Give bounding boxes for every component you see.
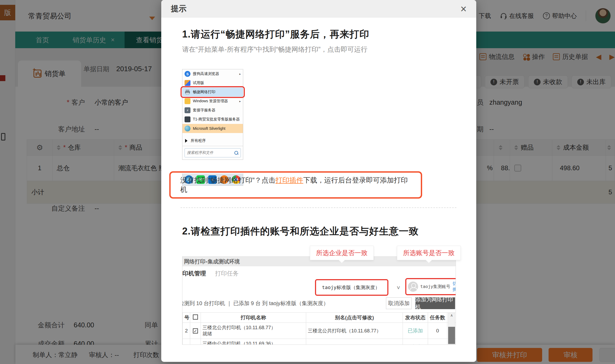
scrollbar-thumb[interactable] xyxy=(448,327,455,344)
trial-box-icon xyxy=(185,80,190,86)
callout-account: 所选账号是否一致 xyxy=(397,246,461,260)
menu-item-t1-server: T1-商贸宝批发零售版服务器 xyxy=(182,115,243,124)
print-plugin-screenshot: 网络打印-集成测试环境 打印机管理 打印任务 taojy标准版（集测灰度） ˅ … xyxy=(182,256,456,345)
dashed-divider xyxy=(181,207,456,208)
all-programs-item[interactable]: 所有程序 xyxy=(182,136,243,146)
folder-icon xyxy=(185,98,190,104)
start-search-input[interactable]: 搜索程序和文件 xyxy=(185,148,241,157)
tab-printer-manage[interactable]: 打印机管理 xyxy=(182,270,206,278)
plugin-account-name: taojy集测账号 xyxy=(420,284,450,290)
menu-item-sogou: S 搜狗高速浏览器 ▸ xyxy=(182,69,243,78)
scroll-up-icon[interactable]: ∧ xyxy=(450,313,453,317)
silverlight-icon xyxy=(185,126,190,131)
modal-title: 提示 xyxy=(171,3,186,14)
plugin-company-dropdown[interactable]: taojy标准版（集测灰度） xyxy=(322,284,380,291)
step2-title: 2.请检查打印插件的账号和所选企业是否与好生意一致 xyxy=(182,225,419,238)
printer-detect-status: 检测到 10 台打印机 ｜ 已添加 9 台 到 taojy标准版（集测灰度） xyxy=(182,300,377,307)
printer-checkbox[interactable]: ✓ xyxy=(193,344,198,345)
chevron-down-icon[interactable]: ˅ xyxy=(397,285,400,291)
print-plugin-link[interactable]: 打印插件 xyxy=(275,176,303,184)
add-network-printer-button[interactable]: 添加为网络打印机 xyxy=(415,297,455,309)
account-highlight: taojy集测账号 切换 xyxy=(405,278,456,295)
socket-server-icon: ⚡ xyxy=(185,107,190,113)
sogou-browser-icon: S xyxy=(185,71,190,77)
tab-print-tasks[interactable]: 打印任务 xyxy=(215,270,239,278)
modal-header: 提示 × xyxy=(161,0,476,18)
cancel-add-button[interactable]: 取消添加 xyxy=(386,297,412,309)
monitor-icon xyxy=(185,116,190,122)
menu-item-changjie-print[interactable]: 畅捷网络打印 xyxy=(182,88,243,97)
account-avatar-icon xyxy=(408,282,418,292)
callout-company: 所选企业是否一致 xyxy=(310,246,374,260)
start-menu-screenshot: S 搜狗高速浏览器 ▸ 试用版 畅捷网络打印 Windows 资源管理器 ▸ ⚡… xyxy=(182,69,243,160)
menu-item-silverlight: Microsoft Silverlight xyxy=(182,124,243,133)
company-dropdown-highlight: taojy标准版（集测灰度） xyxy=(315,279,388,296)
play-triangle-icon xyxy=(185,139,188,143)
warning-box: 没有找到“畅捷网络打印”？点击打印插件下载，运行后台登录即可添加打印机 xyxy=(169,171,422,199)
printer-table-header: 号 打印机名称 别名(点击可修改) 发布状态 任务数 xyxy=(183,313,456,323)
printer-table: 号 打印机名称 别名(点击可修改) 发布状态 任务数 2 ✓ 三楼北公共打印机（… xyxy=(182,312,456,345)
search-icon xyxy=(234,151,238,155)
printer-checkbox[interactable]: ✓ xyxy=(193,328,198,333)
tip-modal: 提示 × 1.请运行“畅捷网络打印”服务后，再来打印 请在“开始菜单-所有程序”… xyxy=(161,0,476,362)
printer-row[interactable]: 3 ✓ 三楼中公共打印机（10.11.69.36）就绪 东区三楼中公共打印机东区… xyxy=(183,339,456,345)
red-highlight-ring xyxy=(181,86,245,98)
printer-row[interactable]: 2 ✓ 三楼北公共打印机（10.11.68.77）就绪 三楼北公共打印机（10.… xyxy=(183,323,456,339)
menu-item-socket-server: ⚡ 套接字服务器 xyxy=(182,106,243,115)
step1-subtitle: 请在“开始菜单-所有程序”中找到“畅捷网络打印”，点击即可运行 xyxy=(182,45,368,54)
plugin-status-row: 检测到 10 台打印机 ｜ 已添加 9 台 到 taojy标准版（集测灰度） 取… xyxy=(182,297,456,309)
select-all-checkbox[interactable] xyxy=(193,314,198,320)
step1-title: 1.请运行“畅捷网络打印”服务后，再来打印 xyxy=(182,28,369,41)
switch-account-link[interactable]: 切换 xyxy=(452,281,456,292)
close-icon[interactable]: × xyxy=(460,3,467,14)
menu-item-explorer: Windows 资源管理器 ▸ xyxy=(182,97,243,106)
